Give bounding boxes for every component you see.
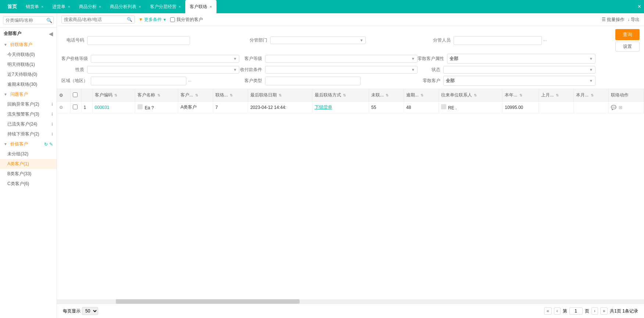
- query-button[interactable]: 查询: [615, 29, 640, 40]
- nav-tab-contact[interactable]: 客户联络 ×: [185, 0, 216, 13]
- sidebar-item-overdue[interactable]: 逾期未联络(30): [0, 80, 57, 89]
- close-tab-contact[interactable]: ×: [210, 4, 212, 9]
- nature-arrow: ▼: [233, 68, 237, 72]
- close-tab-analysis-list[interactable]: ×: [139, 4, 141, 9]
- col-gear[interactable]: ⚙: [57, 89, 70, 102]
- sidebar-group-pending[interactable]: ▼ 待联络客户: [0, 40, 57, 50]
- col-contact-header[interactable]: 联络... ⇅: [213, 89, 248, 102]
- nav-tab-segment[interactable]: 客户分层经营 ×: [146, 0, 185, 13]
- sidebar-group-problem[interactable]: ▼ 问题客户: [0, 89, 57, 99]
- retail-attr-arrow: ▼: [589, 57, 593, 61]
- close-tab-segment[interactable]: ×: [179, 4, 181, 9]
- sidebar-item-declining[interactable]: 持续下滑客户(2) ℹ: [0, 129, 57, 139]
- row-select-checkbox[interactable]: [73, 105, 78, 109]
- sidebar-group-value[interactable]: ▼ 价值客户 ↻ ✎: [0, 139, 57, 149]
- sidebar-item-b-class[interactable]: B类客户(33): [0, 169, 57, 179]
- row-index: 1: [81, 102, 92, 113]
- sidebar-item-c-class[interactable]: C类客户(6): [0, 179, 57, 189]
- col-uncontacted-header[interactable]: 未联... ⇅: [369, 89, 404, 102]
- nav-tab-sales[interactable]: 销货单 ×: [21, 0, 48, 13]
- payment-select[interactable]: ▼: [265, 66, 417, 74]
- col-category-header[interactable]: 客户... ⇅: [178, 89, 213, 102]
- nav-home[interactable]: 首页: [3, 0, 21, 13]
- sidebar-all-customers[interactable]: 全部客户 ◀: [0, 28, 57, 40]
- my-customers-checkbox[interactable]: [170, 17, 175, 22]
- close-all-tabs[interactable]: ×: [638, 3, 641, 10]
- last-page-btn[interactable]: »: [600, 307, 608, 315]
- col-last-month-header[interactable]: 上月... ⇅: [539, 89, 574, 102]
- sidebar-item-ungraded[interactable]: 未分组(32): [0, 149, 57, 159]
- grid-action-icon[interactable]: ⊞: [619, 105, 622, 110]
- page-input[interactable]: [569, 307, 583, 315]
- nav-tab-analysis-list[interactable]: 商品分析列表 ×: [105, 0, 145, 13]
- dept-select[interactable]: ▼: [270, 36, 366, 44]
- sidebar-item-tomorrow[interactable]: 明天待联络(1): [0, 60, 57, 70]
- col-name-header[interactable]: 客户名称 ⇅: [135, 89, 178, 102]
- refresh-icon[interactable]: ↻: [44, 142, 48, 147]
- row-last-method[interactable]: 下销货单: [312, 102, 369, 113]
- customer-table-wrap: ⚙ 客户编码 ⇅ 客户名称 ⇅ 客户... ⇅ 联络... ⇅ 最后联络日期 ⇅…: [57, 89, 644, 299]
- status-select[interactable]: ▼: [443, 66, 595, 74]
- next-page-btn[interactable]: ›: [591, 307, 598, 315]
- nav-tab-analysis[interactable]: 商品分析 ×: [75, 0, 105, 13]
- col-this-month-header[interactable]: 本月... ⇅: [574, 89, 609, 102]
- batch-op-btn[interactable]: ☰ 批量操作: [602, 17, 625, 23]
- sidebar-item-repurchase-anomaly[interactable]: 回购异常客户(2) ℹ: [0, 99, 57, 109]
- customer-level-select[interactable]: ▼: [265, 55, 417, 63]
- row-code[interactable]: 000031: [92, 102, 135, 113]
- row-uncontacted: 55: [369, 102, 404, 113]
- pagination: « ‹ 第 页 › » 共1页 1条记录: [544, 307, 638, 315]
- sidebar-item-7days[interactable]: 近7天待联络(0): [0, 70, 57, 80]
- customer-type-input[interactable]: [265, 77, 361, 85]
- retail-customer-select[interactable]: 全部 ▼: [443, 76, 595, 86]
- col-code-header[interactable]: 客户编码 ⇅: [92, 89, 135, 102]
- last-method-link[interactable]: 下销货单: [315, 105, 332, 110]
- sidebar-item-today[interactable]: 今天待联络(0): [0, 50, 57, 60]
- horizontal-scrollbar[interactable]: [57, 299, 644, 304]
- col-unit-contact-header[interactable]: 往来单位联系人 ⇅: [439, 89, 502, 102]
- price-level-select[interactable]: ▼: [91, 55, 239, 63]
- page-size-select: 每页显示 50: [63, 307, 98, 315]
- page-size-dropdown[interactable]: 50: [82, 307, 98, 315]
- filter-more-btn[interactable]: ▼ 更多条件 ▼: [139, 17, 167, 23]
- nature-select[interactable]: ▼: [87, 66, 239, 74]
- col-this-year-header[interactable]: 本年... ⇅: [502, 89, 539, 102]
- col-last-method-header[interactable]: 最后联络方式 ⇅: [312, 89, 369, 102]
- edit-icon[interactable]: ✎: [49, 142, 53, 147]
- filter-search-input[interactable]: [64, 17, 127, 22]
- prev-page-btn[interactable]: ‹: [554, 307, 561, 315]
- retail-attr-select[interactable]: 全部 ▼: [447, 54, 595, 64]
- nav-tab-purchase[interactable]: 进货单 ×: [48, 0, 74, 13]
- sidebar-collapse-icon[interactable]: ◀: [49, 31, 53, 37]
- row-contact: 7: [213, 102, 248, 113]
- manager-input[interactable]: [454, 36, 542, 45]
- page-label: 第: [563, 308, 567, 314]
- col-last-date-header[interactable]: 最后联络日期 ⇅: [248, 89, 312, 102]
- close-tab-analysis[interactable]: ×: [99, 4, 101, 9]
- customer-table: ⚙ 客户编码 ⇅ 客户名称 ⇅ 客户... ⇅ 联络... ⇅ 最后联络日期 ⇅…: [57, 89, 644, 113]
- scrollbar-thumb[interactable]: [116, 299, 300, 304]
- retail-attr-value: 全部: [450, 56, 458, 62]
- adv-filter-row-1: 电话号码 分管部门 ▼ 分管人员 ··· 查询 设置: [61, 29, 640, 52]
- sidebar: 🔍 全部客户 ◀ ▼ 待联络客户 今天待联络(0) 明天待联络(1) 近7天待联…: [0, 13, 57, 318]
- manager-dots[interactable]: ···: [543, 38, 547, 43]
- set-button[interactable]: 设置: [615, 42, 640, 52]
- sidebar-item-churn-warning[interactable]: 流失预警客户(3) ℹ: [0, 109, 57, 119]
- close-tab-sales[interactable]: ×: [41, 4, 43, 9]
- col-overdue-header[interactable]: 逾期... ⇅: [404, 89, 439, 102]
- region-dots[interactable]: ···: [188, 78, 192, 84]
- close-tab-purchase[interactable]: ×: [68, 4, 70, 9]
- filter-price-level: 客户价格等级 ▼: [61, 55, 239, 63]
- chat-action-icon[interactable]: 💬: [611, 105, 616, 110]
- first-page-btn[interactable]: «: [544, 307, 552, 315]
- export-btn[interactable]: ↓ 导出: [627, 17, 640, 23]
- sidebar-item-churned[interactable]: 已流失客户(24) ℹ: [0, 119, 57, 129]
- sidebar-item-a-class[interactable]: A类客户(1): [0, 159, 57, 169]
- region-input[interactable]: [91, 77, 186, 85]
- phone-input[interactable]: [87, 36, 190, 45]
- row-name-suffix: ?: [151, 105, 154, 110]
- manager-label: 分管人员: [428, 37, 454, 43]
- row-gear[interactable]: ⚙: [57, 102, 70, 113]
- sort-code: ⇅: [114, 93, 117, 97]
- select-all-checkbox[interactable]: [73, 92, 78, 97]
